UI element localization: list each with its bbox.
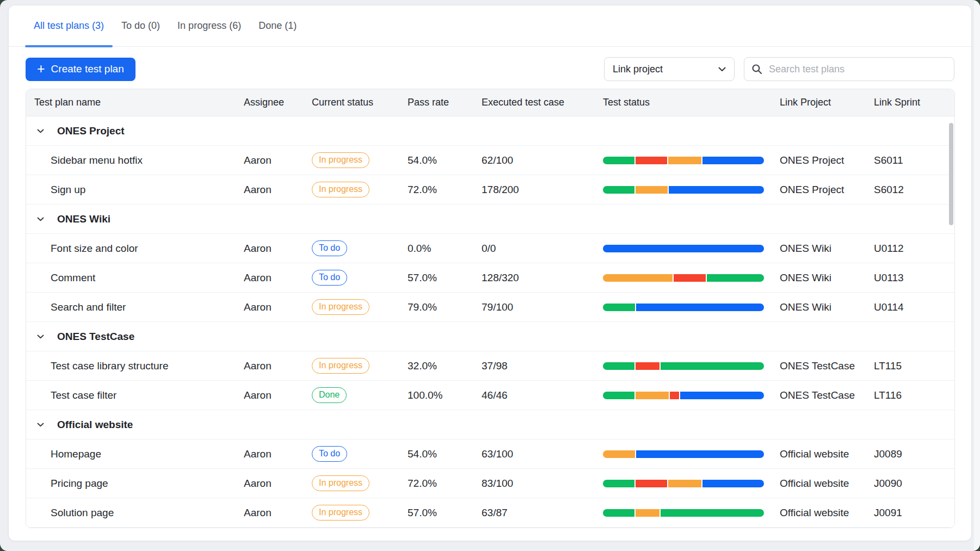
status-badge: In progress (312, 299, 369, 315)
pass-rate: 54.0% (399, 448, 473, 460)
tab-to-do-0[interactable]: To do (0) (113, 5, 169, 46)
link-project: Official website (772, 448, 866, 460)
tab-done-1[interactable]: Done (1) (250, 5, 305, 46)
pass-rate: 32.0% (399, 360, 473, 372)
current-status-cell: In progress (304, 475, 399, 491)
test-status-cell (595, 157, 772, 164)
tab-all-test-plans-3[interactable]: All test plans (3) (25, 5, 113, 46)
table-row-homepage[interactable]: HomepageAaronTo do54.0%63/100Official we… (26, 439, 954, 469)
column-header-test-status: Test status (595, 97, 772, 108)
executed-test-case: 128/320 (473, 272, 595, 284)
chevron-down-icon[interactable] (37, 423, 44, 427)
test-plan-name[interactable]: Solution page (26, 507, 236, 519)
bar-segment-green (603, 480, 634, 487)
bar-segment-blue (702, 157, 764, 164)
link-sprint: J0091 (866, 507, 949, 519)
test-plan-name[interactable]: Pricing page (26, 478, 236, 490)
group-row-official-website[interactable]: Official website (26, 410, 954, 439)
link-sprint: J0090 (866, 478, 949, 490)
column-header-current-status: Current status (304, 97, 399, 108)
group-row-ones-project[interactable]: ONES Project (26, 116, 954, 146)
table-row-pricing-page[interactable]: Pricing pageAaronIn progress72.0%83/100O… (26, 469, 954, 498)
table-row-test-case-filter[interactable]: Test case filterAaronDone100.0%46/46ONES… (26, 381, 954, 410)
table-row-search-and-filter[interactable]: Search and filterAaronIn progress79.0%79… (26, 293, 954, 322)
test-status-cell (595, 450, 772, 458)
bar-segment-orange (636, 392, 669, 399)
executed-test-case: 79/100 (473, 301, 595, 313)
tab-bar: All test plans (3)To do (0)In progress (… (9, 5, 971, 47)
table-row-comment[interactable]: CommentAaronTo do57.0%128/320ONES WikiU0… (26, 263, 954, 293)
create-test-plan-button[interactable]: + Create test plan (26, 58, 135, 81)
group-name: ONES Project (57, 125, 125, 137)
group-row-ones-testcase[interactable]: ONES TestCase (26, 322, 954, 351)
test-status-bar (603, 186, 764, 194)
bar-segment-red (670, 392, 679, 399)
search-icon (751, 64, 762, 75)
test-status-bar (603, 392, 764, 399)
chevron-down-icon (718, 67, 726, 72)
link-sprint: U0112 (866, 243, 949, 255)
test-status-cell (595, 362, 772, 370)
pass-rate: 57.0% (399, 272, 473, 284)
bar-segment-blue (669, 186, 764, 194)
bar-segment-red (636, 157, 667, 164)
bar-segment-blue (702, 480, 764, 487)
executed-test-case: 178/200 (473, 184, 595, 196)
executed-test-case: 37/98 (473, 360, 595, 372)
search-input[interactable] (768, 63, 947, 76)
table-row-test-case-library-structure[interactable]: Test case library structureAaronIn progr… (26, 351, 954, 381)
assignee: Aaron (236, 301, 304, 313)
link-project: ONES Project (772, 154, 866, 166)
test-plan-name[interactable]: Search and filter (26, 301, 236, 313)
bar-segment-orange (636, 186, 667, 194)
chevron-down-icon[interactable] (37, 335, 44, 339)
table-vertical-scrollbar[interactable] (949, 123, 953, 225)
pass-rate: 0.0% (399, 243, 473, 255)
test-plan-name[interactable]: Test case filter (26, 389, 236, 401)
assignee: Aaron (236, 448, 304, 460)
column-header-pass-rate: Pass rate (399, 97, 473, 108)
bar-segment-green (603, 304, 635, 311)
bar-segment-red (636, 362, 660, 370)
test-plan-name[interactable]: Comment (26, 272, 236, 284)
plus-icon: + (37, 62, 45, 76)
link-sprint: U0114 (866, 301, 949, 313)
group-row-ones-wiki[interactable]: ONES Wiki (26, 205, 954, 234)
group-name: ONES TestCase (57, 331, 134, 343)
column-header-test-plan-name: Test plan name (26, 97, 236, 108)
chevron-down-icon[interactable] (37, 217, 44, 221)
test-status-cell (595, 304, 772, 311)
table-row-font-size-and-color[interactable]: Font size and colorAaronTo do0.0%0/0ONES… (26, 234, 954, 263)
link-project-dropdown[interactable]: Link project (604, 57, 735, 81)
test-status-bar (603, 304, 764, 311)
test-plan-name[interactable]: Homepage (26, 448, 236, 460)
test-plan-name[interactable]: Sidebar menu hotfix (26, 154, 236, 166)
status-badge: In progress (312, 475, 369, 491)
pass-rate: 57.0% (399, 507, 473, 519)
status-badge: In progress (312, 182, 369, 197)
link-project: ONES TestCase (772, 360, 866, 372)
chevron-down-icon[interactable] (37, 129, 44, 133)
table-row-solution-page[interactable]: Solution pageAaronIn progress57.0%63/87O… (26, 498, 954, 528)
test-plan-name[interactable]: Font size and color (26, 243, 236, 255)
bar-segment-red (674, 274, 705, 282)
status-badge: In progress (312, 505, 369, 521)
assignee: Aaron (236, 272, 304, 284)
toolbar: + Create test plan Link project (9, 47, 971, 81)
bar-segment-green (707, 274, 764, 282)
window-scrollbar-track[interactable] (974, 0, 980, 551)
test-status-cell (595, 480, 772, 487)
test-plan-name[interactable]: Test case library structure (26, 360, 236, 372)
test-plan-name[interactable]: Sign up (26, 184, 236, 196)
bar-segment-green (603, 186, 634, 194)
executed-test-case: 62/100 (473, 154, 595, 166)
table-row-sign-up[interactable]: Sign upAaronIn progress72.0%178/200ONES … (26, 175, 954, 205)
current-status-cell: In progress (304, 152, 399, 168)
tab-in-progress-6[interactable]: In progress (6) (169, 5, 250, 46)
table-body: ONES ProjectSidebar menu hotfixAaronIn p… (26, 116, 954, 528)
test-status-cell (595, 392, 772, 399)
assignee: Aaron (236, 360, 304, 372)
test-status-cell (595, 245, 772, 252)
table-row-sidebar-menu-hotfix[interactable]: Sidebar menu hotfixAaronIn progress54.0%… (26, 146, 954, 175)
bar-segment-green (603, 392, 634, 399)
